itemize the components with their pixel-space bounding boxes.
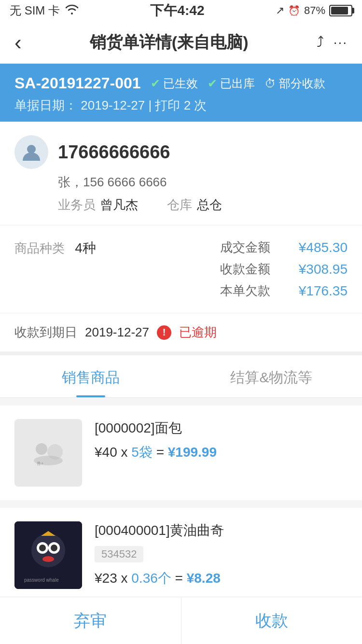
status-badge-2: ✔ 已出库 [208,76,255,91]
time-label: 下午4:42 [150,1,204,20]
check-icon-1: ✔ [151,77,160,90]
svg-text:兽+: 兽+ [37,461,43,466]
bottom-actions: 弃审 收款 [0,597,362,644]
page-title: 销货单详情(来自电脑) [90,31,249,54]
nav-bar: ‹ 销货单详情(来自电脑) ⤴ ··· [0,21,362,64]
list-item: 兽+ [0000002]面包 ¥40 x 5袋 = ¥199.99 [0,406,362,500]
header-banner: SA-20191227-001 ✔ 已生效 ✔ 已出库 ⏱ 部分收款 单据日期：… [0,64,362,122]
product-image-1: 兽+ [14,419,82,487]
battery-percent: 87% [304,4,325,17]
product-info-1: [0000002]面包 ¥40 x 5袋 = ¥199.99 [95,419,348,462]
svg-text:password whale: password whale [24,577,59,583]
svg-point-10 [51,545,57,551]
status-right: ↗ ⏰ 87% [276,4,352,17]
more-button[interactable]: ··· [334,35,348,50]
item-count: 商品种类 4种 [14,239,96,257]
carrier-label: 无 SIM 卡 [10,3,60,18]
alarm-icon: ⏰ [288,5,300,16]
product-image-2: password whale [14,521,82,589]
order-meta: 单据日期： 2019-12-27 | 打印 2 次 [14,97,348,114]
due-date-section: 收款到期日 2019-12-27 ! 已逾期 [0,313,362,355]
status-badge-3: ⏱ 部分收款 [265,76,325,91]
svg-point-9 [39,545,46,551]
location-icon: ↗ [276,4,284,17]
status-left: 无 SIM 卡 [10,3,79,18]
wifi-icon [65,4,79,17]
customer-section: 17666666666 张，156 6666 6666 业务员 曾凡杰 仓库 总… [0,122,362,225]
clock-icon: ⏱ [265,77,276,90]
customer-id: 17666666666 [58,142,170,163]
tab-sales-products[interactable]: 销售商品 [0,355,181,397]
status-bar: 无 SIM 卡 下午4:42 ↗ ⏰ 87% [0,0,362,21]
cancel-button[interactable]: 弃审 [0,597,181,644]
customer-meta: 业务员 曾凡杰 仓库 总仓 [58,196,348,213]
product-info-2: [000400001]黄油曲奇 534532 ¥23 x 0.36个 = ¥8.… [95,521,348,588]
check-icon-2: ✔ [208,77,217,90]
tabs: 销售商品 结算&物流等 [0,355,362,398]
svg-point-11 [42,556,54,562]
svg-point-6 [31,533,65,567]
product-sku: 534532 [95,546,143,562]
svg-point-1 [36,443,47,455]
tab-settlement[interactable]: 结算&物流等 [181,355,362,397]
amount-summary: 成交金额 ¥485.30 收款金额 ¥308.95 本单欠款 ¥176.35 [220,239,348,299]
svg-point-0 [27,145,36,154]
product-name-2: [000400001]黄油曲奇 [95,521,348,540]
avatar [14,135,48,169]
list-item: password whale [000400001]黄油曲奇 534532 ¥2… [0,508,362,602]
nav-right: ⤴ ··· [317,34,348,51]
battery-icon [329,5,352,16]
share-button[interactable]: ⤴ [317,34,324,51]
product-name-1: [0000002]面包 [95,419,348,437]
nav-left: ‹ [14,30,22,55]
summary-section: 商品种类 4种 成交金额 ¥485.30 收款金额 ¥308.95 本单欠款 ¥… [0,225,362,313]
product-price-1: ¥40 x 5袋 = ¥199.99 [95,443,348,462]
order-number: SA-20191227-001 [14,74,141,92]
products-list: 兽+ [0000002]面包 ¥40 x 5袋 = ¥199.99 [0,406,362,602]
collect-button[interactable]: 收款 [181,597,362,644]
customer-contact: 张，156 6666 6666 [58,174,348,191]
overdue-icon: ! [157,325,171,340]
product-price-2: ¥23 x 0.36个 = ¥8.28 [95,569,348,588]
status-badge-1: ✔ 已生效 [151,76,198,91]
back-button[interactable]: ‹ [14,30,22,55]
